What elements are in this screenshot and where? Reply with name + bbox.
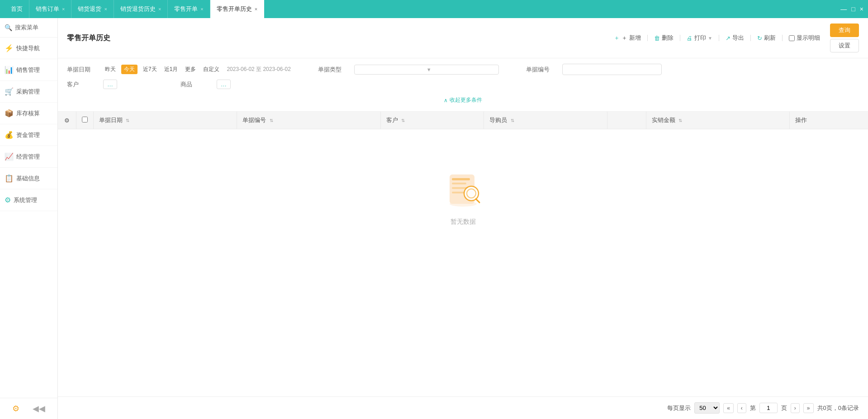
order-number-input[interactable] (562, 64, 662, 75)
sidebar-item-system-mgmt[interactable]: ⚙ 系统管理 (0, 189, 57, 211)
tab-retail-open-history-close[interactable]: × (255, 6, 257, 12)
export-button[interactable]: ↗ 导出 (726, 34, 744, 42)
date-label: 单据日期 (67, 66, 94, 74)
last-page-btn[interactable]: » (803, 403, 814, 413)
sales-mgmt-icon: 📊 (5, 66, 14, 74)
sidebar-item-sales-mgmt[interactable]: 📊 销售管理 (0, 59, 57, 81)
toolbar-divider-2 (680, 35, 680, 41)
sidebar-collapse-icon[interactable]: ◀◀ (33, 404, 45, 414)
svg-line-8 (476, 199, 479, 202)
print-button[interactable]: 🖨 打印 ▼ (687, 34, 712, 42)
th-salesperson[interactable]: 导购员 ⇅ (484, 112, 607, 129)
tab-sales-order[interactable]: 销售订单 × (29, 0, 71, 18)
export-icon: ↗ (726, 35, 730, 42)
page-label: 第 (750, 404, 756, 412)
toolbar-divider-1 (647, 35, 648, 41)
table-area: ⚙ 单据日期 ⇅ 单据编号 ⇅ (58, 112, 868, 396)
window-max-btn[interactable]: □ (851, 5, 855, 13)
page-title: 零售开单历史 (67, 33, 110, 43)
filter-row-1: 单据日期 昨天 今天 近7天 近1月 更多 自定义 2023-06-02 至 2… (67, 64, 859, 75)
purchase-mgmt-icon: 🛒 (5, 87, 14, 96)
first-page-btn[interactable]: « (723, 403, 734, 413)
print-dropdown-icon: ▼ (708, 36, 712, 41)
goods-select-btn[interactable]: … (217, 80, 231, 89)
table-wrapper: ⚙ 单据日期 ⇅ 单据编号 ⇅ (58, 112, 868, 262)
action-btns: 查询 设置 (830, 24, 859, 52)
add-button[interactable]: ＋ ＋ 新增 (614, 34, 641, 42)
per-page-select[interactable]: 50 10 20 100 (694, 402, 720, 414)
toolbar: ＋ ＋ 新增 🗑 删除 🖨 打印 ▼ ↗ 导出 (614, 24, 859, 52)
th-date[interactable]: 单据日期 ⇅ (93, 112, 237, 129)
date-more[interactable]: 更多 (183, 65, 198, 74)
tab-bar: 首页 销售订单 × 销货退货 × 销货退货历史 × 零售开单 × 零售开单历史 … (0, 0, 868, 18)
pagination: 每页显示 50 10 20 100 « ‹ 第 页 › » 共0页，0条记录 (58, 396, 868, 419)
order-type-select[interactable]: ▼ (354, 65, 499, 75)
tab-retail-open[interactable]: 零售开单 × (168, 0, 210, 18)
th-customer[interactable]: 客户 ⇅ (380, 112, 484, 129)
date-today[interactable]: 今天 (121, 65, 138, 74)
sidebar-item-operations[interactable]: 📈 经营管理 (0, 146, 57, 168)
customer-sort-icon: ⇅ (401, 118, 405, 123)
sidebar-item-purchase-mgmt[interactable]: 🛒 采购管理 (0, 81, 57, 103)
display-detail-checkbox[interactable] (789, 35, 795, 41)
tab-sales-return-history[interactable]: 销货退货历史 × (114, 0, 168, 18)
th-actual-amount[interactable]: 实销金额 ⇅ (646, 112, 790, 129)
operations-icon: 📈 (5, 152, 14, 161)
sidebar-search[interactable]: 🔍 搜索菜单 (0, 18, 57, 38)
basic-info-icon: 📋 (5, 174, 14, 183)
tab-sales-return[interactable]: 销货退货 × (71, 0, 114, 18)
system-mgmt-icon: ⚙ (5, 196, 11, 204)
page-header: 零售开单历史 ＋ ＋ 新增 🗑 删除 🖨 打印 ▼ (58, 18, 868, 58)
sidebar-settings-icon[interactable]: ⚙ (12, 404, 19, 414)
table-settings-icon[interactable]: ⚙ (64, 117, 70, 124)
tab-sales-return-close[interactable]: × (104, 6, 107, 12)
prev-page-btn[interactable]: ‹ (737, 403, 746, 413)
per-page-label: 每页显示 (667, 404, 691, 412)
sidebar-item-quick-nav[interactable]: ⚡ 快捷导航 (0, 38, 57, 59)
collapse-more-btn[interactable]: ∧ 收起更多条件 (67, 94, 859, 106)
date-last1month[interactable]: 近1月 (162, 65, 180, 74)
sidebar-item-basic-info[interactable]: 📋 基础信息 (0, 168, 57, 189)
settings-button[interactable]: 设置 (830, 39, 859, 52)
th-number[interactable]: 单据编号 ⇅ (237, 112, 381, 129)
window-close-btn[interactable]: × (860, 5, 863, 13)
next-page-btn[interactable]: › (791, 403, 800, 413)
order-type-label: 单据类型 (318, 66, 345, 74)
data-table: ⚙ 单据日期 ⇅ 单据编号 ⇅ (58, 112, 868, 129)
tab-home[interactable]: 首页 (5, 0, 29, 18)
goods-label: 商品 (180, 80, 208, 89)
refresh-button[interactable]: ↻ 刷新 (757, 34, 776, 42)
filter-row-2: 客户 … 商品 … (67, 80, 859, 89)
toolbar-divider-4 (750, 35, 751, 41)
tab-retail-open-history[interactable]: 零售开单历史 × (210, 0, 264, 18)
inventory-icon: 📦 (5, 109, 14, 118)
amount-sort-icon: ⇅ (678, 118, 682, 123)
display-toggle: 显示明细 (789, 34, 820, 42)
sidebar-item-inventory[interactable]: 📦 库存核算 (0, 103, 57, 124)
table-header-row: ⚙ 单据日期 ⇅ 单据编号 ⇅ (58, 112, 868, 129)
content-area: 零售开单历史 ＋ ＋ 新增 🗑 删除 🖨 打印 ▼ (58, 18, 868, 419)
window-min-btn[interactable]: — (840, 5, 847, 13)
date-last7days[interactable]: 近7天 (141, 65, 159, 74)
empty-icon (441, 165, 486, 211)
svg-rect-2 (452, 178, 470, 180)
select-all-checkbox[interactable] (82, 117, 88, 122)
svg-rect-3 (452, 183, 466, 184)
th-spacer (607, 112, 646, 129)
refresh-icon: ↻ (757, 35, 762, 42)
tab-retail-open-close[interactable]: × (200, 6, 203, 12)
quick-nav-icon: ⚡ (5, 44, 14, 52)
add-icon: ＋ (614, 34, 620, 42)
empty-state: 暂无数据 (58, 129, 868, 262)
page-number-input[interactable] (759, 403, 778, 413)
query-button[interactable]: 查询 (830, 24, 859, 37)
th-check[interactable] (76, 112, 93, 129)
delete-button[interactable]: 🗑 删除 (654, 34, 674, 42)
tab-sales-return-history-close[interactable]: × (158, 6, 161, 12)
date-yesterday[interactable]: 昨天 (103, 65, 118, 74)
tab-sales-order-close[interactable]: × (62, 6, 65, 12)
sidebar-item-finance[interactable]: 💰 资金管理 (0, 124, 57, 146)
customer-select-btn[interactable]: … (103, 80, 117, 89)
th-settings[interactable]: ⚙ (58, 112, 76, 129)
date-custom[interactable]: 自定义 (201, 65, 221, 74)
